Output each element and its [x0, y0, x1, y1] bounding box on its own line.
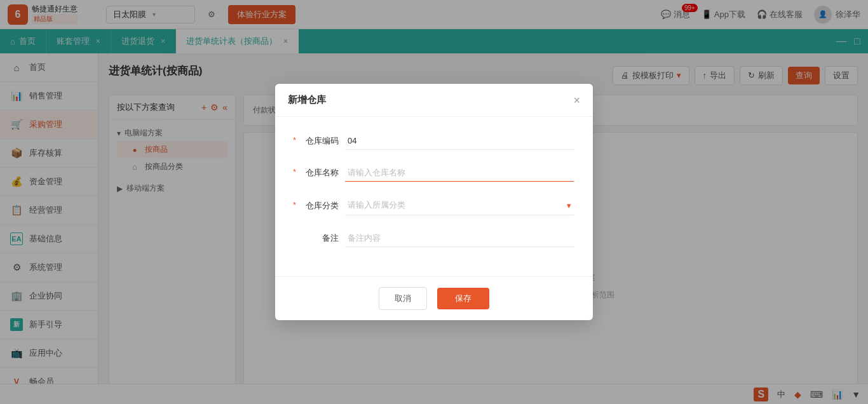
name-input[interactable] — [345, 164, 574, 182]
category-placeholder: 请输入所属分类 — [348, 199, 405, 211]
modal-header: 新增仓库 × — [275, 84, 593, 117]
form-row-name: 仓库名称 — [294, 164, 574, 182]
modal-footer: 取消 保存 — [275, 276, 593, 320]
form-row-category: 仓库分类 请输入所属分类 ▾ — [294, 196, 574, 215]
category-select[interactable]: 请输入所属分类 ▾ — [345, 196, 574, 215]
category-label: 仓库分类 — [294, 200, 345, 212]
cancel-button[interactable]: 取消 — [379, 287, 427, 310]
remark-input[interactable] — [345, 229, 574, 247]
form-row-remark: 备注 — [294, 229, 574, 247]
form-row-code: 仓库编码 — [294, 132, 574, 150]
code-label: 仓库编码 — [294, 135, 345, 147]
modal-close-button[interactable]: × — [573, 95, 580, 106]
code-input[interactable] — [345, 132, 574, 150]
name-label: 仓库名称 — [294, 167, 345, 178]
modal-body: 仓库编码 仓库名称 仓库分类 请输入所属分类 ▾ 备注 — [275, 117, 593, 276]
modal-overlay: 新增仓库 × 仓库编码 仓库名称 仓库分类 请输入所属分类 ▾ — [0, 0, 868, 404]
category-arrow-icon: ▾ — [567, 201, 571, 210]
save-button[interactable]: 保存 — [437, 288, 489, 309]
modal-title: 新增仓库 — [288, 94, 326, 106]
add-warehouse-modal: 新增仓库 × 仓库编码 仓库名称 仓库分类 请输入所属分类 ▾ — [275, 84, 593, 320]
remark-label: 备注 — [294, 232, 345, 244]
